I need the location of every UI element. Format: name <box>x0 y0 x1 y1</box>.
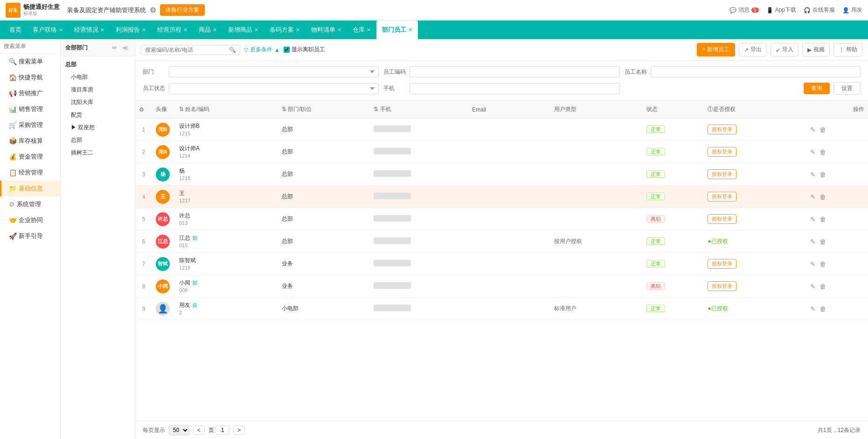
sidebar-item-库存核算[interactable]: 📦库存核算 <box>0 133 60 149</box>
edit-button[interactable]: ✎ <box>810 126 816 133</box>
delete-button[interactable]: 🗑 <box>819 171 826 178</box>
dept-node-小电部[interactable]: 小电部 <box>61 71 135 84</box>
edit-button[interactable]: ✎ <box>810 193 816 201</box>
col-dept[interactable]: ⇅ 部门/职位 <box>278 101 370 118</box>
authorize-button[interactable]: 授权登录 <box>708 125 736 134</box>
reset-button[interactable]: 设置 <box>833 82 861 95</box>
online-service-action[interactable]: 🎧 在线客服 <box>804 6 835 14</box>
more-filter-btn[interactable]: ▽ 更多条件 ▲ <box>244 46 280 54</box>
search-input[interactable] <box>145 47 229 53</box>
nav-close-icon[interactable]: ✕ <box>367 27 371 33</box>
show-resigned-checkbox[interactable] <box>284 47 290 53</box>
nav-close-icon[interactable]: ✕ <box>142 27 146 33</box>
add-employee-button[interactable]: + 新增员工 <box>697 43 735 56</box>
delete-button[interactable]: 🗑 <box>819 260 826 268</box>
dept-node-总部[interactable]: 总部 <box>61 58 135 71</box>
message-action[interactable]: 💬 消息 5 <box>729 6 759 14</box>
authorize-button[interactable]: 授权登录 <box>708 147 736 157</box>
nav-item-经营历程[interactable]: 经营历程✕ <box>152 21 193 39</box>
edit-button[interactable]: ✎ <box>810 305 816 313</box>
nav-close-icon[interactable]: ✕ <box>213 27 217 33</box>
nav-close-icon[interactable]: ✕ <box>100 27 104 33</box>
emp-name-filter-input[interactable] <box>651 66 861 77</box>
authorize-button[interactable]: 授权登录 <box>708 259 736 269</box>
view-button[interactable]: ▶ 视频 <box>802 43 830 56</box>
dept-node-双座想[interactable]: ▶ 双座想 <box>61 121 135 134</box>
trial-button[interactable]: 体验行业方案 <box>160 4 205 16</box>
nav-item-部门员工[interactable]: 部门员工✕ <box>376 21 418 39</box>
sidebar-item-资金管理[interactable]: 💰资金管理 <box>0 149 60 165</box>
authorize-button[interactable]: 授权登录 <box>708 192 736 202</box>
nav-item-新增商品[interactable]: 新增商品✕ <box>222 21 264 39</box>
dept-node-项目库房[interactable]: 项目库房 <box>61 84 135 96</box>
authorize-button[interactable]: 授权登录 <box>708 214 736 224</box>
nav-item-客户联络[interactable]: 客户联络✕ <box>27 21 69 39</box>
nav-item-仓库[interactable]: 仓库✕ <box>347 21 376 39</box>
sidebar-search-input[interactable] <box>4 43 61 49</box>
nav-close-icon[interactable]: ✕ <box>337 27 341 33</box>
edit-button[interactable]: ✎ <box>810 148 816 156</box>
authorize-button[interactable]: 授权登录 <box>708 169 736 179</box>
nav-close-icon[interactable]: ✕ <box>254 27 258 33</box>
emp-code-filter-input[interactable] <box>410 66 619 77</box>
delete-button[interactable]: 🗑 <box>819 148 826 156</box>
dept-node-插树王二[interactable]: 插树王二 <box>61 146 135 159</box>
nav-item-商品[interactable]: 商品✕ <box>193 21 222 39</box>
sidebar-item-搜索菜单[interactable]: 🔍搜索菜单 <box>0 54 60 70</box>
sidebar-item-企业协同[interactable]: 🤝企业协同 <box>0 212 60 228</box>
settings-icon[interactable]: ⚙ <box>150 6 156 14</box>
help-button[interactable]: ｜ 帮助 <box>833 43 862 56</box>
delete-button[interactable]: 🗑 <box>819 126 826 133</box>
current-page-input[interactable] <box>215 425 229 435</box>
sidebar-item-新手引导[interactable]: 🚀新手引导 <box>0 228 60 244</box>
nav-close-icon[interactable]: ✕ <box>296 27 300 33</box>
dept-edit-btn[interactable]: ✏ <box>110 43 119 52</box>
app-download-action[interactable]: 📱 App下载 <box>766 6 796 14</box>
delete-button[interactable]: 🗑 <box>819 283 826 290</box>
nav-item-物料清单[interactable]: 物料清单✕ <box>306 21 347 39</box>
next-page-button[interactable]: > <box>233 425 245 435</box>
sidebar-item-基础信息[interactable]: 📁基础信息 <box>0 181 60 196</box>
nav-close-icon[interactable]: ✕ <box>59 27 63 33</box>
edit-button[interactable]: ✎ <box>810 216 816 223</box>
user-action[interactable]: 👤 用友 <box>842 6 862 14</box>
nav-close-icon[interactable]: ✕ <box>183 27 187 33</box>
delete-button[interactable]: 🗑 <box>819 305 826 313</box>
nav-item-经营情况[interactable]: 经营情况✕ <box>69 21 110 39</box>
export-button[interactable]: ↗ 导出 <box>739 43 767 56</box>
col-phone[interactable]: ⇅ 手机 <box>370 101 468 118</box>
import-button[interactable]: ↙ 导入 <box>771 43 799 56</box>
nav-item-利润报告[interactable]: 利润报告✕ <box>110 21 152 39</box>
per-page-select[interactable]: 50 <box>169 425 189 435</box>
search-button[interactable]: 查询 <box>804 83 830 94</box>
sidebar-item-营销推广[interactable]: 📢营销推广 <box>0 85 60 101</box>
sidebar-item-销售管理[interactable]: 📊销售管理 <box>0 101 60 117</box>
sidebar-item-快捷导航[interactable]: 🏠快捷导航 <box>0 70 60 85</box>
dept-filter-select[interactable] <box>169 66 379 77</box>
dept-node-总部[interactable]: 总部 <box>61 134 135 146</box>
nav-item-条码方案[interactable]: 条码方案✕ <box>264 21 306 39</box>
sidebar-item-系统管理[interactable]: ⚙系统管理 <box>0 196 60 212</box>
show-resigned-wrap[interactable]: 显示离职员工 <box>284 46 325 54</box>
delete-button[interactable]: 🗑 <box>819 193 826 201</box>
edit-button[interactable]: ✎ <box>810 260 816 268</box>
dept-node-沈阳大库[interactable]: 沈阳大库 <box>61 96 135 109</box>
col-settings[interactable]: ⚙ <box>135 101 152 118</box>
dept-collapse-btn[interactable]: ≪ <box>121 43 130 52</box>
nav-close-icon[interactable]: ✕ <box>408 27 412 33</box>
delete-button[interactable]: 🗑 <box>819 216 826 223</box>
sidebar-item-经营管理[interactable]: 📋经营管理 <box>0 165 60 181</box>
edit-button[interactable]: ✎ <box>810 238 816 245</box>
authorize-button[interactable]: 授权登录 <box>708 281 736 291</box>
emp-status-filter-select[interactable] <box>169 83 379 94</box>
edit-button[interactable]: ✎ <box>810 171 816 178</box>
phone-filter-input[interactable] <box>410 83 619 94</box>
nav-item-首页[interactable]: 首页 <box>4 21 27 39</box>
search-input-wrap[interactable]: 🔍 <box>141 45 240 55</box>
dept-node-配货[interactable]: 配货 <box>61 109 135 121</box>
delete-button[interactable]: 🗑 <box>819 238 826 245</box>
sidebar-item-采购管理[interactable]: 🛒采购管理 <box>0 117 60 133</box>
prev-page-button[interactable]: < <box>193 425 205 435</box>
col-name[interactable]: ⇅ 姓名/编码 <box>175 101 278 118</box>
edit-button[interactable]: ✎ <box>810 283 816 290</box>
